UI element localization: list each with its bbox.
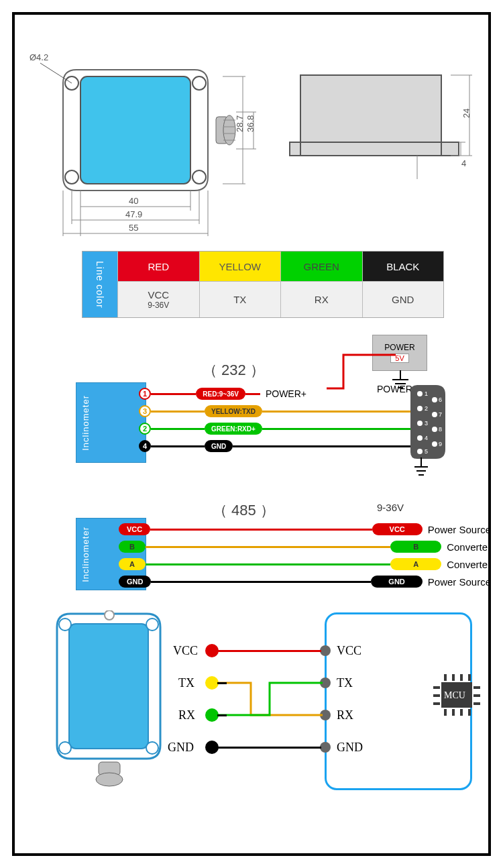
lab-rx-r: RX xyxy=(337,708,353,722)
svg-rect-57 xyxy=(69,624,148,749)
svg-point-60 xyxy=(59,742,71,754)
title-232: （ 232 ） xyxy=(203,360,265,380)
svg-point-2 xyxy=(192,76,206,90)
dot-rx xyxy=(205,708,219,722)
dim-hole: Ø4.2 xyxy=(30,52,48,62)
table-title: Line color xyxy=(82,252,117,317)
wiring-mcu: MCU VCC TX RX GND VCC TX RX GND xyxy=(15,610,488,812)
svg-point-3 xyxy=(65,170,78,184)
mcu-dot-vcc xyxy=(320,645,331,656)
svg-point-63 xyxy=(96,773,123,786)
val-green: RX xyxy=(280,281,362,317)
svg-point-51 xyxy=(432,441,437,447)
dim-side-h: 24 xyxy=(461,109,471,118)
hdr-red: RED xyxy=(117,252,199,281)
dim-w3: 55 xyxy=(129,223,138,233)
svg-text:6: 6 xyxy=(439,396,442,403)
lab-tx-l: TX xyxy=(178,676,194,690)
lab-tx-r: TX xyxy=(337,676,353,690)
title-485: （ 485 ） xyxy=(213,500,275,521)
svg-rect-23 xyxy=(300,75,441,142)
svg-text:3: 3 xyxy=(425,420,428,427)
svg-point-43 xyxy=(417,449,423,454)
svg-point-64 xyxy=(105,610,114,620)
mcu-chip-icon: MCU xyxy=(433,674,480,716)
hdr-yellow: YELLOW xyxy=(199,252,281,281)
line-color-table: Line color RED YELLOW GREEN BLACK VCC9-3… xyxy=(82,251,444,318)
lab-vcc-l: VCC xyxy=(173,644,198,658)
lab-vcc-r: VCC xyxy=(337,644,361,658)
dim-h1: 28.7 xyxy=(235,115,245,132)
svg-rect-0 xyxy=(80,76,190,184)
svg-text:5: 5 xyxy=(425,448,428,455)
svg-text:9: 9 xyxy=(439,441,442,447)
svg-rect-24 xyxy=(300,142,441,156)
mcu-dot-gnd xyxy=(320,742,331,753)
lab-rx-l: RX xyxy=(178,708,195,722)
pin-3-row: 3 YELLOW:TXD xyxy=(139,404,416,419)
svg-point-47 xyxy=(432,412,437,417)
svg-text:8: 8 xyxy=(439,426,442,433)
svg-point-49 xyxy=(432,427,437,432)
side-view-drawing: 24 4 xyxy=(276,48,478,189)
mechanical-drawings: Ø4.2 28.7 36.8 40 47.9 55 24 4 xyxy=(15,21,488,229)
svg-point-39 xyxy=(417,421,423,426)
svg-point-59 xyxy=(146,618,158,631)
dim-w1: 40 xyxy=(129,196,138,206)
pin-4-row: 4 GND xyxy=(139,439,419,453)
row-gnd: GND GND Power Source xyxy=(119,574,491,589)
lab-gnd-r: GND xyxy=(337,741,363,755)
row-vcc: VCC VCC Power Source xyxy=(119,522,491,537)
val-yellow: TX xyxy=(199,281,281,317)
wiring-485: （ 485 ） 9-36V Inclinometer VCC VCC Power… xyxy=(15,491,488,588)
svg-text:2: 2 xyxy=(425,405,428,412)
svg-point-45 xyxy=(432,397,437,402)
dot-gnd xyxy=(205,741,219,754)
svg-text:MCU: MCU xyxy=(444,690,465,700)
svg-text:7: 7 xyxy=(439,411,442,418)
wire-gnd xyxy=(217,747,321,749)
wire-crossover xyxy=(217,677,323,720)
svg-point-61 xyxy=(146,742,158,754)
row-b: B B Converter xyxy=(119,539,491,554)
dot-tx xyxy=(205,676,219,690)
db9-connector: 1 2 3 4 5 6 7 8 9 xyxy=(410,385,445,459)
svg-point-37 xyxy=(417,406,423,411)
val-black: GND xyxy=(362,281,444,317)
inclinometer-box-232: Inclinometer xyxy=(76,382,146,463)
svg-text:1: 1 xyxy=(425,390,428,397)
hdr-black: BLACK xyxy=(362,252,444,281)
svg-point-35 xyxy=(417,391,423,396)
val-red: VCC9-36V xyxy=(117,281,199,317)
top-view-drawing: Ø4.2 28.7 36.8 40 47.9 55 xyxy=(28,35,256,243)
lab-gnd-l: GND xyxy=(168,741,194,755)
dot-vcc xyxy=(205,644,219,657)
dim-h2: 36.8 xyxy=(245,115,256,132)
power-label: POWER xyxy=(377,384,412,394)
sensor-drawing xyxy=(52,610,166,792)
row-a: A A Converter xyxy=(119,557,491,572)
pin-1-row: 1 RED:9~36V POWER+ xyxy=(139,386,306,401)
wiring-232: （ 232 ） POWER 5V Inclinometer 1 RED:9~36… xyxy=(15,337,488,484)
hdr-green: GREEN xyxy=(280,252,362,281)
pin-2-row: 2 GREEN:RXD+ xyxy=(139,421,417,436)
db9-ground-icon xyxy=(414,457,441,479)
svg-text:4: 4 xyxy=(425,435,428,441)
svg-point-41 xyxy=(417,435,423,441)
dim-foot: 4 xyxy=(461,158,466,168)
dim-w2: 47.9 xyxy=(125,209,142,219)
svg-point-4 xyxy=(192,170,206,184)
volt-label: 9-36V xyxy=(377,502,404,513)
svg-point-58 xyxy=(59,618,71,631)
wire-vcc xyxy=(217,650,321,652)
